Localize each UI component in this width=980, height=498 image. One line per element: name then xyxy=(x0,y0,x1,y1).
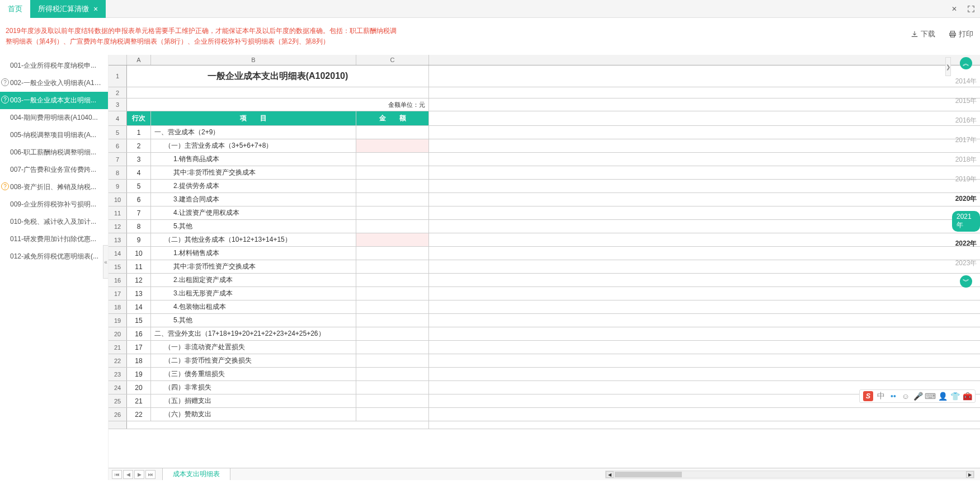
line-number-cell[interactable]: 3 xyxy=(127,153,151,166)
row-number[interactable] xyxy=(109,421,127,429)
amount-cell[interactable] xyxy=(356,260,429,273)
sheet-tab[interactable]: 成本支出明细表 xyxy=(162,468,230,480)
amount-cell[interactable] xyxy=(356,193,429,206)
ime-user-icon[interactable]: 👤 xyxy=(938,392,947,401)
row-number[interactable]: 2 xyxy=(109,87,127,98)
project-cell[interactable]: （二）其他业务成本（10+12+13+14+15） xyxy=(151,233,356,246)
sheet-nav-last[interactable]: ⏭ xyxy=(145,470,156,479)
project-cell[interactable]: 5.其他 xyxy=(151,314,356,327)
tab-income-tax[interactable]: 所得税汇算清缴 × xyxy=(30,0,106,18)
row-number[interactable]: 17 xyxy=(109,287,127,300)
row-number[interactable]: 3 xyxy=(109,98,127,111)
sidebar-item[interactable]: ?003-一般企业成本支出明细... xyxy=(0,92,108,109)
line-number-cell[interactable]: 10 xyxy=(127,247,151,260)
amount-cell[interactable] xyxy=(356,287,429,300)
line-number-cell[interactable]: 8 xyxy=(127,220,151,233)
row-number[interactable]: 26 xyxy=(109,408,127,421)
project-cell[interactable]: 1.材料销售成本 xyxy=(151,247,356,260)
row-number[interactable]: 16 xyxy=(109,274,127,286)
sheet-nav-prev[interactable]: ◀ xyxy=(123,470,133,479)
line-number-cell[interactable]: 5 xyxy=(127,180,151,192)
project-cell[interactable]: （五）捐赠支出 xyxy=(151,394,356,407)
line-number-cell[interactable]: 15 xyxy=(127,314,151,327)
print-button[interactable]: 打印 xyxy=(949,29,973,39)
year-item[interactable]: 2019年 xyxy=(953,172,979,187)
ime-logo-icon[interactable]: S xyxy=(863,391,873,401)
project-cell[interactable]: （二）非货币性资产交换损失 xyxy=(151,354,356,367)
line-number-cell[interactable]: 2 xyxy=(127,139,151,152)
sidebar-item[interactable]: 007-广告费和业务宣传费跨... xyxy=(0,161,108,178)
project-cell[interactable]: 二、营业外支出（17+18+19+20+21+22+23+24+25+26） xyxy=(151,327,356,340)
amount-cell[interactable] xyxy=(356,166,429,179)
scroll-down-icon[interactable]: ︾ xyxy=(960,275,972,288)
row-number[interactable]: 11 xyxy=(109,206,127,219)
line-number-cell[interactable]: 18 xyxy=(127,354,151,367)
row-number[interactable]: 19 xyxy=(109,314,127,327)
amount-cell[interactable] xyxy=(356,408,429,421)
year-item[interactable]: 2018年 xyxy=(953,152,979,167)
horizontal-scrollbar[interactable]: ◀ ▶ xyxy=(605,471,974,478)
row-number[interactable]: 18 xyxy=(109,300,127,313)
row-number[interactable]: 6 xyxy=(109,139,127,152)
row-number[interactable]: 12 xyxy=(109,220,127,233)
project-cell[interactable]: 3.建造合同成本 xyxy=(151,193,356,206)
amount-cell[interactable] xyxy=(356,354,429,367)
project-cell[interactable]: 一、营业成本（2+9） xyxy=(151,126,356,139)
row-number[interactable]: 8 xyxy=(109,166,127,179)
hscroll-thumb[interactable] xyxy=(615,472,682,477)
line-number-cell[interactable]: 1 xyxy=(127,126,151,139)
col-header-b[interactable]: B xyxy=(151,55,356,65)
line-number-cell[interactable]: 6 xyxy=(127,193,151,206)
row-number[interactable]: 1 xyxy=(109,65,127,87)
amount-cell[interactable] xyxy=(356,139,429,152)
amount-cell[interactable] xyxy=(356,153,429,166)
amount-cell[interactable] xyxy=(356,368,429,380)
project-cell[interactable]: 2.出租固定资产成本 xyxy=(151,274,356,286)
sidebar-item[interactable]: 005-纳税调整项目明细表(A... xyxy=(0,126,108,144)
hscroll-right[interactable]: ▶ xyxy=(966,471,974,478)
line-number-cell[interactable]: 17 xyxy=(127,341,151,354)
line-number-cell[interactable]: 7 xyxy=(127,206,151,219)
project-cell[interactable]: 4.包装物出租成本 xyxy=(151,300,356,313)
line-number-cell[interactable]: 16 xyxy=(127,327,151,340)
row-number[interactable]: 15 xyxy=(109,260,127,273)
amount-cell[interactable] xyxy=(356,220,429,233)
project-cell[interactable]: 5.其他 xyxy=(151,220,356,233)
line-number-cell[interactable]: 21 xyxy=(127,394,151,407)
row-number[interactable]: 14 xyxy=(109,247,127,260)
scroll-up-icon[interactable]: ︽ xyxy=(960,57,972,69)
close-icon[interactable]: × xyxy=(93,4,98,13)
amount-cell[interactable] xyxy=(356,341,429,354)
ime-lang-icon[interactable]: 中 xyxy=(877,392,885,401)
amount-cell[interactable] xyxy=(356,247,429,260)
ime-voice-icon[interactable]: 🎤 xyxy=(913,392,922,401)
line-number-cell[interactable]: 13 xyxy=(127,287,151,300)
year-item[interactable]: 2017年 xyxy=(953,133,979,148)
amount-cell[interactable] xyxy=(356,126,429,139)
amount-cell[interactable] xyxy=(356,274,429,286)
line-number-cell[interactable]: 12 xyxy=(127,274,151,286)
project-cell[interactable]: 2.提供劳务成本 xyxy=(151,180,356,192)
project-cell[interactable]: （四）非常损失 xyxy=(151,381,356,394)
amount-cell[interactable] xyxy=(356,327,429,340)
fullscreen-icon[interactable] xyxy=(967,4,976,13)
collapse-sidebar-handle[interactable]: « xyxy=(103,245,109,279)
year-item[interactable]: 2021年 xyxy=(952,211,980,232)
expand-year-handle[interactable]: ❯ xyxy=(945,57,951,76)
year-item[interactable]: 2020年 xyxy=(953,191,979,206)
row-number[interactable]: 13 xyxy=(109,233,127,246)
year-item[interactable]: 2022年 xyxy=(953,236,979,251)
tab-home[interactable]: 首页 xyxy=(0,0,30,18)
ime-skin-icon[interactable]: 👕 xyxy=(950,392,959,401)
sheet-scroll[interactable]: A B C 1 一般企业成本支出明细表(A102010) 2 3 金额单位：元 … xyxy=(109,55,980,468)
project-cell[interactable]: 其中:非货币性资产交换成本 xyxy=(151,166,356,179)
sidebar-item[interactable]: 004-期间费用明细表(A1040... xyxy=(0,109,108,126)
project-cell[interactable]: 其中:非货币性资产交换成本 xyxy=(151,260,356,273)
row-number[interactable]: 25 xyxy=(109,394,127,407)
sidebar-item[interactable]: 010-免税、减计收入及加计... xyxy=(0,213,108,231)
year-item[interactable]: 2015年 xyxy=(953,93,979,109)
project-cell[interactable]: （六）赞助支出 xyxy=(151,408,356,421)
line-number-cell[interactable]: 19 xyxy=(127,368,151,380)
project-cell[interactable]: 1.销售商品成本 xyxy=(151,153,356,166)
amount-cell[interactable] xyxy=(356,300,429,313)
